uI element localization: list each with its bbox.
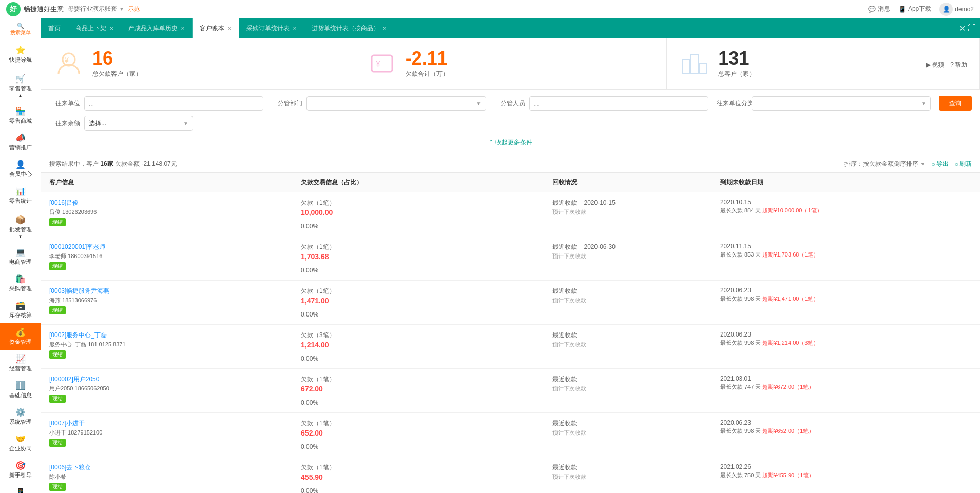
video-btn[interactable]: ▶ 视频 xyxy=(926,61,944,69)
sidebar-item-purchase[interactable]: 🛍️ 采购管理 xyxy=(0,270,41,297)
customer-cell-3: [0003]畅捷服务尹海燕 海燕 18513066976 现结 xyxy=(49,287,301,314)
customer-name-5[interactable]: [000002]用户2050 xyxy=(49,375,301,384)
debt-count-3: 欠款（1笔） xyxy=(301,287,552,295)
sidebar-item-batch-mgmt[interactable]: 📦 批发管理 ▼ xyxy=(0,211,41,243)
from-unit-input[interactable]: ... xyxy=(84,96,263,111)
tab-production-close[interactable]: ✕ xyxy=(181,26,185,31)
sidebar-item-sys-mgmt[interactable]: ⚙️ 系统管理 xyxy=(0,403,41,430)
operations-icon: 📈 xyxy=(15,354,26,364)
customer-name-3[interactable]: [0003]畅捷服务尹海燕 xyxy=(49,287,301,295)
tab-customer[interactable]: 客户账本 ✕ xyxy=(193,18,239,38)
export-icon: ○ xyxy=(932,161,935,168)
overdue-amount-7[interactable]: 超期¥455.90（1笔） xyxy=(762,472,814,478)
recovery-label-5: 预计下次收款 xyxy=(552,385,720,392)
sidebar-item-app-center[interactable]: 📱 应用中心 xyxy=(0,483,41,493)
tab-home[interactable]: 首页 xyxy=(41,18,68,38)
tab-production[interactable]: 产成品入库单历史 ✕ xyxy=(121,18,193,38)
overdue-days-4: 最长欠款 998 天 超期¥1,214.00（3笔） xyxy=(720,339,972,347)
debt-cell-2: 欠款（1笔） 1,703.68 0.00% xyxy=(301,243,552,274)
stat-debt-customers-info: 16 总欠款客户（家） xyxy=(92,49,142,78)
demo-link[interactable]: 示范 xyxy=(128,5,140,13)
sidebar-item-ecom[interactable]: 💻 电商管理 xyxy=(0,243,41,270)
due-date-6: 2020.06.23 xyxy=(720,419,972,426)
sort-select[interactable]: 排序：按欠款金额倒序排序 ▼ xyxy=(844,160,926,168)
tab-expand-btn[interactable]: ⛶ xyxy=(968,24,976,33)
export-btn[interactable]: ○ 导出 xyxy=(932,160,949,168)
sidebar-item-member[interactable]: 👤 会员中心 xyxy=(0,155,41,182)
total-customers-number: 131 xyxy=(718,49,755,68)
marketing-icon: 📣 xyxy=(15,133,26,143)
message-btn[interactable]: 💬 消息 xyxy=(868,5,890,13)
tab-purchase[interactable]: 采购订单统计表 ✕ xyxy=(239,18,304,38)
search-icon: 🔍 xyxy=(17,23,24,29)
help-btn[interactable]: ? 帮助 xyxy=(950,61,967,69)
recovery-label-1: 预计下次收款 xyxy=(552,208,720,216)
sidebar-item-corp-coop[interactable]: 🤝 企业协同 xyxy=(0,430,41,457)
sort-chevron-icon: ▼ xyxy=(920,161,926,167)
customer-sub-3: 海燕 18513066976 xyxy=(49,297,301,304)
sort-label: 排序：按欠款金额倒序排序 xyxy=(844,160,918,168)
refresh-btn[interactable]: ○ 刷新 xyxy=(955,160,972,168)
person-input[interactable]: ... xyxy=(529,96,708,111)
sidebar-item-retail-mgmt[interactable]: 🛒 零售管理 ▲ xyxy=(0,70,41,102)
tab-products[interactable]: 商品上下架 ✕ xyxy=(68,18,121,38)
sidebar-item-finance[interactable]: 💰 资金管理 xyxy=(0,323,41,350)
search-button[interactable]: 查询 xyxy=(939,96,972,111)
debt-amount-5: 672.00 xyxy=(301,385,552,393)
tab-customer-close[interactable]: ✕ xyxy=(227,26,232,31)
sidebar-item-retail-stats[interactable]: 📊 零售统计 xyxy=(0,182,41,209)
overdue-amount-1[interactable]: 超期¥10,000.00（1笔） xyxy=(762,207,822,213)
sidebar-search[interactable]: 🔍 搜索菜单 xyxy=(0,18,41,41)
tab-import[interactable]: 进货单统计表（按商品） ✕ xyxy=(304,18,394,38)
tab-products-close[interactable]: ✕ xyxy=(109,26,113,31)
overdue-amount-6[interactable]: 超期¥652.00（1笔） xyxy=(762,428,814,434)
customer-cell-7: [0006]去下粮仓 陈小希 现结 xyxy=(49,463,301,491)
sidebar-item-operations[interactable]: 📈 经营管理 xyxy=(0,350,41,377)
stat-debt-amount-info: -2.11 欠款合计（万） xyxy=(406,49,449,78)
sidebar-item-quick-nav[interactable]: ⭐ 快捷导航 xyxy=(0,41,41,68)
customer-name-7[interactable]: [0006]去下粮仓 xyxy=(49,463,301,472)
total-customers-label: 总客户（家） xyxy=(718,70,755,78)
customer-name-6[interactable]: [0007]小进干 xyxy=(49,419,301,428)
overdue-amount-2[interactable]: 超期¥1,703.68（1笔） xyxy=(762,251,819,258)
user-btn[interactable]: 👤 demo2 xyxy=(939,3,974,16)
sidebar-item-base-info[interactable]: ℹ️ 基础信息 xyxy=(0,377,41,403)
store-selector[interactable]: 母婴行业演示账套 ▼ xyxy=(68,5,124,13)
customer-name-4[interactable]: [0002]服务中心_丁磊 xyxy=(49,331,301,340)
unit-category-select[interactable]: ▼ xyxy=(752,96,931,111)
customer-cell-2: [0001020001]李老师 李老师 18600391516 现结 xyxy=(49,243,301,270)
stat-total-customers-info: 131 总客户（家） xyxy=(718,49,755,78)
tab-import-close[interactable]: ✕ xyxy=(382,26,387,31)
balance-value: 选择... xyxy=(89,119,106,128)
debt-percent-5: 0.00% xyxy=(301,399,552,406)
dept-chevron-icon: ▼ xyxy=(476,101,482,106)
overdue-amount-4[interactable]: 超期¥1,214.00（3笔） xyxy=(762,340,819,346)
sidebar: 🔍 搜索菜单 ⭐ 快捷导航 🛒 零售管理 ▲ 🏪 零售商城 📣 营销推广 👤 会… xyxy=(0,18,41,493)
recovery-date-7: 最近收款 xyxy=(552,463,720,472)
svg-text:¥: ¥ xyxy=(64,56,69,64)
overdue-amount-5[interactable]: 超期¥672.00（1笔） xyxy=(762,384,814,390)
debt-amount-number: -2.11 xyxy=(406,49,449,68)
sidebar-item-retail-mall[interactable]: 🏪 零售商城 xyxy=(0,102,41,129)
customer-name-2[interactable]: [0001020001]李老师 xyxy=(49,243,301,251)
app-download-label: App下载 xyxy=(908,5,931,13)
app-download-btn[interactable]: 📱 App下载 xyxy=(898,5,931,13)
tab-close-all-btn[interactable]: ✕ xyxy=(959,24,966,33)
sidebar-item-inventory[interactable]: 🗃️ 库存核算 xyxy=(0,297,41,323)
table-row: [000002]用户2050 用户2050 18665062050 现结 欠款（… xyxy=(41,369,980,413)
recovery-cell-6: 最近收款 预计下次收款 xyxy=(552,419,720,437)
top-bar-left: 好 畅捷通好生意 母婴行业演示账套 ▼ 示范 xyxy=(6,2,140,16)
sidebar-item-newbie[interactable]: 🎯 新手引导 xyxy=(0,457,41,483)
customer-sub-4: 服务中心_丁磊 181 0125 8371 xyxy=(49,341,301,348)
collapse-btn[interactable]: ⌃ 收起更多条件 xyxy=(49,136,972,149)
balance-select[interactable]: 选择... ▼ xyxy=(84,116,193,131)
overdue-amount-3[interactable]: 超期¥1,471.00（1笔） xyxy=(762,295,819,302)
tab-purchase-close[interactable]: ✕ xyxy=(293,26,297,31)
dept-select[interactable]: ▼ xyxy=(306,96,486,111)
recovery-label-2: 预计下次收款 xyxy=(552,252,720,260)
debt-percent-2: 0.00% xyxy=(301,267,552,274)
customer-name-1[interactable]: [0016]吕俊 xyxy=(49,199,301,207)
sidebar-item-marketing[interactable]: 📣 营销推广 xyxy=(0,129,41,155)
debt-cell-4: 欠款（3笔） 1,214.00 0.00% xyxy=(301,331,552,362)
debt-percent-1: 0.00% xyxy=(301,223,552,230)
